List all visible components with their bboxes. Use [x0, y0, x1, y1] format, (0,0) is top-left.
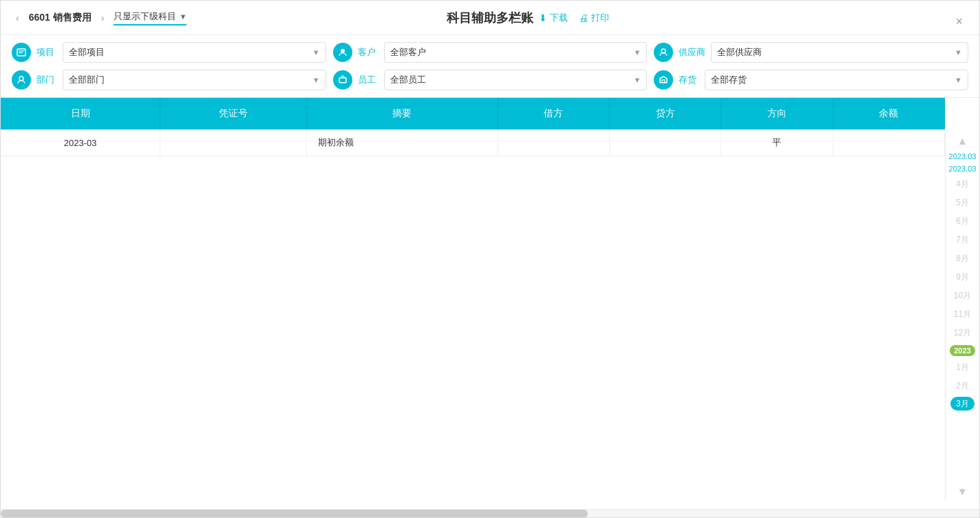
svg-point-4 — [19, 76, 23, 81]
department-select[interactable]: 全部部门 ▼ — [63, 70, 326, 90]
timeline-item[interactable]: 1月 — [946, 358, 979, 377]
next-account-button[interactable]: › — [97, 11, 109, 25]
cell-debit — [498, 130, 609, 156]
inventory-icon — [654, 70, 673, 90]
col-balance: 余额 — [833, 98, 944, 130]
cell-summary: 期初余额 — [306, 130, 498, 156]
filter-department: 部门 全部部门 ▼ — [12, 70, 326, 90]
filter-employee: 员工 全部员工 ▼ — [333, 70, 648, 90]
inventory-label: 存货 — [679, 74, 699, 86]
timeline-item[interactable]: 9月 — [946, 268, 979, 287]
download-icon: ⬇ — [539, 12, 547, 23]
horizontal-scrollbar[interactable] — [1, 509, 979, 517]
account-code: 6601 销售费用 — [29, 12, 92, 24]
chevron-down-icon: ▼ — [955, 48, 962, 56]
col-summary: 摘要 — [306, 98, 498, 130]
svg-point-3 — [661, 49, 665, 53]
download-button[interactable]: ⬇ 下载 — [539, 12, 568, 24]
svg-rect-6 — [662, 80, 665, 83]
project-select[interactable]: 全部项目 ▼ — [63, 42, 326, 63]
cell-credit — [610, 130, 721, 156]
active-month-badge[interactable]: 3月 — [950, 397, 974, 411]
scroll-thumb[interactable] — [1, 510, 588, 517]
department-label: 部门 — [36, 74, 57, 86]
chevron-down-icon: ▼ — [633, 48, 641, 56]
timeline-item[interactable]: 4月 — [946, 175, 979, 194]
col-debit: 借方 — [498, 98, 609, 130]
chevron-down-icon: ▼ — [633, 76, 641, 84]
title-bar-left: ‹ 6601 销售费用 › 只显示下级科目 ▼ — [12, 10, 187, 25]
show-sub-toggle[interactable]: 只显示下级科目 ▼ — [114, 10, 187, 25]
timeline-item[interactable]: 5月 — [946, 194, 979, 212]
show-sub-label: 只显示下级科目 — [114, 10, 176, 23]
cell-balance — [833, 130, 944, 156]
cell-direction: 平 — [721, 130, 833, 156]
timeline-item[interactable]: 12月 — [946, 324, 979, 342]
timeline-item[interactable]: 6月 — [946, 212, 979, 231]
timeline-item[interactable]: 2023.03 — [946, 150, 979, 163]
table-header-row: 日期 凭证号 摘要 借方 贷方 方向 余额 — [1, 98, 945, 130]
print-icon: 🖨 — [579, 12, 588, 23]
timeline-item[interactable]: 10月 — [946, 287, 979, 305]
prev-account-button[interactable]: ‹ — [12, 11, 23, 25]
close-button[interactable]: × — [955, 14, 963, 29]
filter-inventory: 存货 全部存货 ▼ — [654, 70, 968, 90]
cell-date: 2023-03 — [1, 130, 160, 156]
supplier-select[interactable]: 全部供应商 ▼ — [711, 42, 968, 63]
col-date: 日期 — [1, 98, 160, 130]
timeline-item[interactable]: 11月 — [946, 305, 979, 324]
filter-project: 项目 全部项目 ▼ — [12, 42, 326, 63]
title-bar: ‹ 6601 销售费用 › 只显示下级科目 ▼ 科目辅助多栏账 ⬇ 下载 🖨 打… — [1, 1, 979, 35]
title-bar-right: ⬇ 下载 🖨 打印 — [539, 12, 609, 24]
right-timeline: ▲ 2023.03 2023.03 4月 5月 6月 7月 8月 9月 10月 … — [945, 132, 979, 501]
cell-voucher — [160, 130, 307, 156]
project-label: 项目 — [36, 46, 57, 59]
chevron-down-icon: ▼ — [312, 76, 320, 84]
ledger-table: 日期 凭证号 摘要 借方 贷方 方向 余额 2023-03 期初余额 — [1, 98, 945, 156]
project-icon — [12, 43, 31, 62]
svg-rect-5 — [339, 78, 346, 83]
timeline-item[interactable]: 7月 — [946, 231, 979, 249]
page-title: 科目辅助多栏账 — [447, 10, 533, 26]
col-credit: 贷方 — [610, 98, 721, 130]
timeline-item[interactable]: 2月 — [946, 377, 979, 395]
timeline-item[interactable]: 2023.03 — [946, 163, 979, 175]
timeline-item[interactable]: 8月 — [946, 249, 979, 268]
filter-supplier: 供应商 全部供应商 ▼ — [654, 42, 968, 63]
timeline-down-button[interactable]: ▼ — [955, 483, 971, 501]
filter-area: 项目 全部项目 ▼ 客户 全部客户 ▼ 供应商 全部供应商 ▼ — [1, 35, 979, 98]
department-icon — [12, 70, 31, 90]
chevron-down-icon: ▼ — [312, 48, 320, 56]
table-area: 日期 凭证号 摘要 借方 贷方 方向 余额 2023-03 期初余额 — [1, 98, 945, 509]
filter-customer: 客户 全部客户 ▼ — [333, 42, 648, 63]
col-voucher: 凭证号 — [160, 98, 307, 130]
timeline-up-button[interactable]: ▲ — [955, 132, 971, 150]
inventory-select[interactable]: 全部存货 ▼ — [705, 70, 968, 90]
col-direction: 方向 — [721, 98, 833, 130]
employee-select[interactable]: 全部员工 ▼ — [384, 70, 648, 90]
supplier-icon — [654, 43, 673, 62]
main-window: ‹ 6601 销售费用 › 只显示下级科目 ▼ 科目辅助多栏账 ⬇ 下载 🖨 打… — [0, 0, 980, 518]
employee-icon — [333, 70, 352, 90]
employee-label: 员工 — [358, 74, 379, 86]
table-row: 2023-03 期初余额 平 — [1, 130, 945, 156]
year-badge: 2023 — [950, 345, 974, 356]
customer-icon — [333, 43, 352, 62]
print-button[interactable]: 🖨 打印 — [579, 12, 609, 24]
chevron-down-icon: ▼ — [955, 76, 962, 84]
chevron-down-icon: ▼ — [179, 12, 187, 21]
customer-select[interactable]: 全部客户 ▼ — [384, 42, 648, 63]
supplier-label: 供应商 — [679, 46, 705, 59]
customer-label: 客户 — [358, 46, 379, 59]
